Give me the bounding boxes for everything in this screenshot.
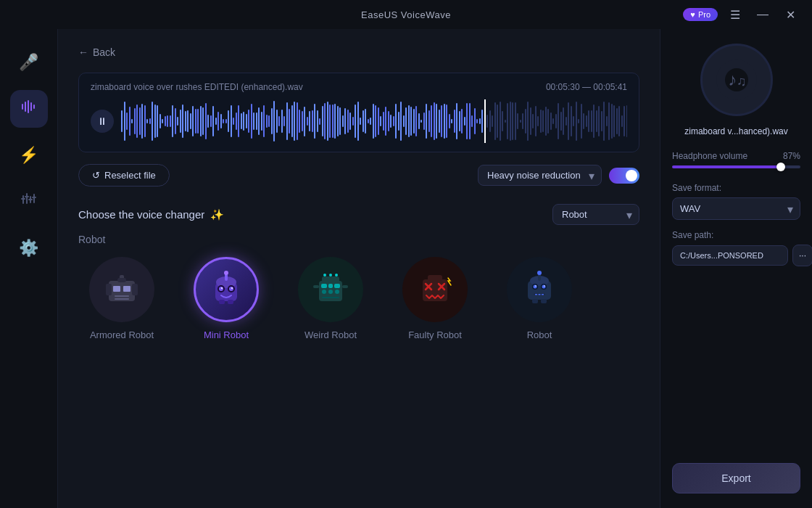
mixer-icon	[20, 191, 38, 213]
save-path-section: Save path: ···	[672, 230, 800, 266]
svg-rect-11	[28, 199, 33, 200]
waveform-bar	[271, 108, 273, 134]
noise-toggle-switch[interactable]	[609, 168, 639, 184]
weird-robot-icon	[298, 257, 363, 322]
svg-rect-8	[33, 194, 35, 203]
minimize-button[interactable]: —	[753, 4, 773, 25]
waveform-bar	[167, 115, 168, 128]
svg-point-37	[329, 274, 332, 276]
section-label: Choose the voice changer	[78, 208, 204, 221]
waveform-bar	[474, 108, 476, 134]
voice-card-armored-robot[interactable]: Armored Robot	[78, 257, 165, 340]
sidebar-item-mixer[interactable]	[10, 183, 48, 221]
voice-card-mini-robot[interactable]: Mini Robot	[183, 257, 270, 340]
voice-card-faulty-robot[interactable]: Faulty Robot	[392, 257, 478, 340]
waveform-bar	[129, 107, 130, 136]
waveform-bar	[573, 116, 574, 127]
waveform-bar	[400, 102, 402, 142]
reselect-label: Reselect file	[104, 170, 156, 181]
waveform-bar	[464, 117, 465, 126]
waveform-bars	[121, 99, 627, 143]
voice-category-select[interactable]: Robot Female Male Anime Celebrity	[552, 204, 639, 225]
close-button[interactable]: ✕	[780, 4, 800, 25]
voice-changer-header: Choose the voice changer ✨ Robot Female …	[78, 204, 639, 225]
waveform-bar	[486, 115, 488, 128]
waveform-bar	[192, 106, 194, 137]
pro-badge[interactable]: ♥ Pro	[683, 8, 718, 21]
sidebar-item-wave[interactable]	[10, 90, 48, 128]
waveform-bar	[231, 105, 232, 138]
waveform-bar	[136, 105, 138, 139]
waveform-bar	[471, 115, 473, 127]
pro-heart-icon: ♥	[690, 10, 695, 19]
waveform-bar	[266, 115, 268, 127]
waveform-bar	[195, 109, 196, 134]
waveform-bar	[439, 110, 440, 133]
sidebar-item-settings[interactable]: ⚙️	[10, 229, 48, 267]
svg-text:♪: ♪	[728, 70, 737, 89]
waveform-bar	[497, 105, 498, 138]
svg-rect-49	[428, 275, 442, 281]
waveform-bar	[522, 113, 523, 129]
volume-label: Headphone volume 87%	[672, 151, 800, 161]
waveform-bar	[165, 116, 166, 126]
sidebar-item-bolt[interactable]: ⚡	[10, 136, 48, 174]
waveform-bar	[223, 119, 224, 123]
reselect-file-button[interactable]: ↺ Reselect file	[78, 164, 170, 187]
waveform-bar	[126, 112, 128, 130]
waveform-bar	[479, 118, 481, 124]
sidebar-item-mic[interactable]: 🎤	[10, 44, 48, 81]
waveform-bar	[273, 101, 275, 141]
waveform-bar	[197, 109, 199, 133]
waveform-bar	[352, 117, 354, 126]
waveform-bar	[152, 102, 153, 141]
waveform-bar	[563, 107, 564, 135]
app-title: EaseUS VoiceWave	[361, 9, 451, 20]
svg-rect-35	[322, 276, 339, 282]
waveform-bar	[395, 104, 397, 139]
waveform-bar	[215, 118, 217, 125]
waveform-bar	[558, 103, 559, 139]
waveform-bar	[248, 110, 249, 133]
svg-point-29	[229, 287, 233, 291]
path-input[interactable]	[672, 245, 788, 266]
back-button[interactable]: ← Back	[78, 46, 115, 58]
mic-icon: 🎤	[19, 53, 38, 72]
voice-card-weird-robot[interactable]: Weird Robot	[287, 257, 374, 340]
noise-reduction-select[interactable]: Heavy noise reduction No noise reduction…	[478, 165, 602, 186]
waveform-bar	[228, 110, 229, 132]
waveform-bar	[527, 102, 529, 141]
svg-rect-45	[322, 297, 339, 298]
waveform-bar	[185, 111, 186, 131]
waveform-bar	[413, 109, 415, 134]
waveform-bar	[388, 111, 389, 132]
waveform-bar	[182, 105, 183, 138]
pro-label: Pro	[698, 10, 710, 19]
svg-rect-9	[21, 198, 25, 200]
waveform-bar	[141, 104, 143, 139]
volume-slider[interactable]	[672, 165, 800, 168]
play-pause-button[interactable]: ⏸	[91, 110, 114, 133]
path-browse-button[interactable]: ···	[792, 245, 812, 266]
svg-point-57	[537, 271, 542, 275]
waveform-bar	[398, 112, 399, 131]
waveform-bar	[505, 120, 506, 123]
svg-rect-4	[33, 105, 35, 109]
waveform-bar	[349, 112, 351, 129]
waveform-bar	[469, 103, 471, 139]
export-button[interactable]: Export	[672, 463, 800, 493]
format-select[interactable]: WAV MP3 AAC FLAC	[672, 197, 800, 220]
waveform-bar	[626, 105, 628, 138]
svg-point-28	[219, 287, 223, 291]
waveform-bar	[571, 106, 572, 136]
waveform-bar	[261, 112, 262, 131]
svg-rect-39	[321, 284, 327, 288]
waveform-bar	[428, 110, 430, 132]
menu-button[interactable]: ☰	[725, 4, 745, 25]
format-select-wrapper: WAV MP3 AAC FLAC	[672, 197, 800, 220]
waveform-bar	[289, 109, 290, 134]
save-path-label: Save path:	[672, 230, 800, 240]
voice-card-robot[interactable]: Robot	[496, 257, 583, 340]
waveform-bar	[510, 102, 511, 142]
waveform-bar	[532, 114, 534, 128]
